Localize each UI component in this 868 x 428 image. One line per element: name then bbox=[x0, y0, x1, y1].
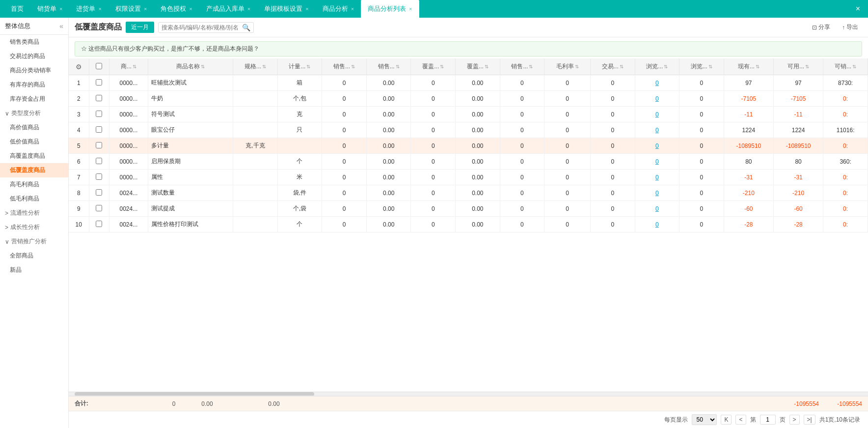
col-sales-sub[interactable]: 销售...⇅ bbox=[500, 58, 544, 75]
export-button[interactable]: ↑ 导出 bbox=[838, 22, 862, 33]
cell-browse1[interactable]: 0 bbox=[635, 201, 679, 217]
nav-close-analysis[interactable]: × bbox=[351, 0, 354, 18]
nav-item-sales[interactable]: 销货单 × bbox=[30, 0, 69, 18]
share-button[interactable]: ⊡ 分享 bbox=[808, 22, 834, 33]
col-name[interactable]: 商品名称⇅ bbox=[148, 58, 233, 75]
sidebar-item-all-goods[interactable]: 全部商品 bbox=[0, 249, 68, 263]
cell-checkbox[interactable] bbox=[89, 154, 109, 170]
row-checkbox[interactable] bbox=[96, 189, 102, 196]
sidebar-section-label-13: 成长性分析 bbox=[10, 223, 40, 231]
search-input[interactable] bbox=[162, 24, 240, 31]
nav-close-purchase[interactable]: × bbox=[98, 0, 101, 18]
col-current[interactable]: 现有...⇅ bbox=[724, 58, 773, 75]
search-icon[interactable]: 🔍 bbox=[242, 24, 250, 31]
nav-close-template[interactable]: × bbox=[305, 0, 308, 18]
next-page-btn[interactable]: > bbox=[789, 415, 800, 425]
row-checkbox[interactable] bbox=[96, 205, 102, 211]
col-cover1[interactable]: 覆盖...⇅ bbox=[411, 58, 456, 75]
first-page-btn[interactable]: K bbox=[721, 415, 732, 425]
cell-browse1[interactable]: 0 bbox=[635, 138, 679, 154]
cell-browse1[interactable]: 0 bbox=[635, 217, 679, 232]
select-all-checkbox[interactable] bbox=[96, 63, 102, 69]
col-sellable[interactable]: 可销...⇅ bbox=[823, 58, 868, 75]
col-code[interactable]: 商...⇅ bbox=[109, 58, 148, 75]
col-browse2[interactable]: 浏览...⇅ bbox=[679, 58, 724, 75]
cell-current: 80 bbox=[724, 154, 773, 170]
horizontal-scrollbar[interactable] bbox=[69, 392, 868, 396]
window-close-btn[interactable]: × bbox=[852, 4, 864, 13]
sidebar-item-low-value[interactable]: 低价值商品 bbox=[0, 135, 68, 149]
col-sales-qty[interactable]: 销售...⇅ bbox=[322, 58, 367, 75]
nav-item-template[interactable]: 单据模板设置 × bbox=[257, 0, 315, 18]
nav-close-roles[interactable]: × bbox=[189, 0, 192, 18]
cell-checkbox[interactable] bbox=[89, 170, 109, 185]
col-unit[interactable]: 计量...⇅ bbox=[277, 58, 322, 75]
nav-close-products[interactable]: × bbox=[247, 0, 250, 18]
cell-browse1[interactable]: 0 bbox=[635, 75, 679, 91]
cell-checkbox[interactable] bbox=[89, 75, 109, 91]
row-checkbox[interactable] bbox=[96, 142, 102, 148]
row-checkbox[interactable] bbox=[96, 221, 102, 227]
cell-checkbox[interactable] bbox=[89, 107, 109, 122]
cell-browse1[interactable]: 0 bbox=[635, 91, 679, 107]
cell-checkbox[interactable] bbox=[89, 201, 109, 217]
sidebar-section-marketing[interactable]: ∨ 营销推广分析 bbox=[0, 234, 68, 249]
cell-browse1[interactable]: 0 bbox=[635, 154, 679, 170]
cell-browse1[interactable]: 0 bbox=[635, 170, 679, 185]
cell-browse1[interactable]: 0 bbox=[635, 107, 679, 122]
sidebar-item-traded[interactable]: 交易过的商品 bbox=[0, 49, 68, 63]
settings-icon[interactable]: ⚙ bbox=[76, 63, 82, 71]
col-gross-rate[interactable]: 毛利率⇅ bbox=[544, 58, 591, 75]
row-checkbox[interactable] bbox=[96, 173, 102, 180]
sidebar-item-low-gross[interactable]: 低毛利商品 bbox=[0, 192, 68, 206]
nav-item-analysis[interactable]: 商品分析 × bbox=[316, 0, 361, 18]
sidebar-item-low-coverage[interactable]: 低覆盖度商品 bbox=[0, 163, 68, 177]
col-browse1[interactable]: 浏览...⇅ bbox=[635, 58, 679, 75]
sidebar-item-new-goods[interactable]: 新品 bbox=[0, 263, 68, 277]
col-trade[interactable]: 交易...⇅ bbox=[590, 58, 635, 75]
sidebar-item-high-value[interactable]: 高价值商品 bbox=[0, 120, 68, 135]
prev-page-btn[interactable]: < bbox=[735, 415, 746, 425]
row-checkbox[interactable] bbox=[96, 111, 102, 117]
cell-checkbox[interactable] bbox=[89, 217, 109, 232]
sidebar-item-capital[interactable]: 库存资金占用 bbox=[0, 92, 68, 106]
sidebar-collapse-btn[interactable]: « bbox=[59, 22, 63, 30]
nav-item-roles[interactable]: 角色授权 × bbox=[154, 0, 199, 18]
col-settings[interactable]: ⚙ bbox=[69, 58, 89, 75]
cell-browse1[interactable]: 0 bbox=[635, 185, 679, 201]
nav-item-analysis-list[interactable]: 商品分析列表 × bbox=[361, 0, 419, 18]
nav-close-sales[interactable]: × bbox=[59, 0, 62, 18]
cell-checkbox[interactable] bbox=[89, 138, 109, 154]
col-sales-amt[interactable]: 销售...⇅ bbox=[366, 58, 411, 75]
nav-item-products[interactable]: 产成品入库单 × bbox=[199, 0, 257, 18]
sidebar-item-sales-goods[interactable]: 销售类商品 bbox=[0, 35, 68, 49]
cell-checkbox[interactable] bbox=[89, 185, 109, 201]
nav-item-home[interactable]: 首页 bbox=[4, 0, 30, 18]
sidebar-section-type-analysis[interactable]: ∨ 类型度分析 bbox=[0, 106, 68, 120]
nav-item-purchase[interactable]: 进货单 × bbox=[69, 0, 108, 18]
cell-name: 眼宝公仔 bbox=[148, 122, 233, 138]
nav-close-permissions[interactable]: × bbox=[144, 0, 147, 18]
sidebar-item-in-stock[interactable]: 有库存的商品 bbox=[0, 78, 68, 92]
col-available[interactable]: 可用...⇅ bbox=[774, 58, 823, 75]
page-size-select[interactable]: 50 20 100 bbox=[692, 414, 717, 425]
row-checkbox[interactable] bbox=[96, 79, 102, 86]
row-checkbox[interactable] bbox=[96, 126, 102, 133]
nav-item-permissions[interactable]: 权限设置 × bbox=[108, 0, 154, 18]
time-filter-recent-month[interactable]: 近一月 bbox=[126, 22, 154, 33]
last-page-btn[interactable]: >| bbox=[804, 415, 815, 425]
cell-checkbox[interactable] bbox=[89, 91, 109, 107]
sidebar-item-high-gross[interactable]: 高毛利商品 bbox=[0, 177, 68, 192]
cell-browse1[interactable]: 0 bbox=[635, 122, 679, 138]
sidebar-item-high-coverage[interactable]: 高覆盖度商品 bbox=[0, 149, 68, 163]
cell-checkbox[interactable] bbox=[89, 122, 109, 138]
col-cover2[interactable]: 覆盖...⇅ bbox=[456, 58, 500, 75]
current-page-input[interactable] bbox=[760, 415, 776, 425]
sidebar-section-growth[interactable]: > 成长性分析 bbox=[0, 220, 68, 234]
col-spec[interactable]: 规格...⇅ bbox=[233, 58, 278, 75]
sidebar-item-category-rate[interactable]: 商品分类动销率 bbox=[0, 63, 68, 78]
nav-close-analysis-list[interactable]: × bbox=[409, 0, 412, 18]
row-checkbox[interactable] bbox=[96, 95, 102, 101]
row-checkbox[interactable] bbox=[96, 158, 102, 164]
sidebar-section-circulation[interactable]: > 流通性分析 bbox=[0, 206, 68, 220]
